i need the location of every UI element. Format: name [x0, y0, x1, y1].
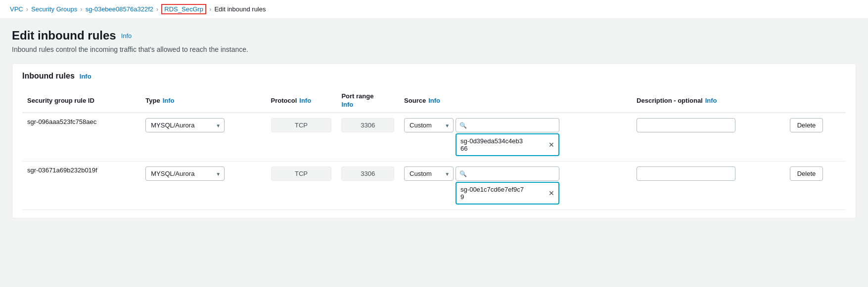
breadcrumb-vpc[interactable]: VPC — [10, 5, 23, 13]
breadcrumb-current: Edit inbound rules — [214, 5, 266, 13]
source-cell: Custom ▼ 🔍 sg-0d39eda534c4eb366 ✕ — [399, 113, 632, 162]
rule-id-cell: sgr-03671a69b232b019f — [22, 162, 140, 210]
source-search-wrapper[interactable]: 🔍 — [456, 166, 559, 181]
breadcrumb-sep-2: › — [80, 5, 82, 13]
source-wrapper: Custom ▼ 🔍 sg-0d39eda534c4eb366 ✕ — [404, 118, 627, 156]
delete-button[interactable]: Delete — [790, 166, 823, 181]
port-value: 3306 — [341, 166, 394, 181]
source-search-wrapper[interactable]: 🔍 — [456, 118, 559, 132]
panel-header: Inbound rules Info — [22, 72, 846, 81]
breadcrumb-sep-3: › — [156, 5, 158, 13]
type-select-wrapper[interactable]: MYSQL/Aurora ▼ — [145, 118, 225, 132]
type-select-wrapper[interactable]: MYSQL/Aurora ▼ — [145, 166, 225, 181]
source-select-wrapper[interactable]: Custom ▼ — [404, 118, 454, 132]
source-select-wrapper[interactable]: Custom ▼ — [404, 166, 454, 181]
type-select[interactable]: MYSQL/Aurora — [145, 166, 225, 181]
protocol-value: TCP — [271, 118, 332, 132]
th-rule-id: Security group rule ID — [22, 88, 140, 113]
delete-button[interactable]: Delete — [790, 118, 823, 132]
protocol-cell: TCP — [266, 162, 337, 210]
source-wrapper: Custom ▼ 🔍 sg-00e1c7cd6e7ef9c79 ✕ — [404, 166, 627, 205]
th-action — [785, 88, 846, 113]
rules-table: Security group rule ID Type Info Protoco… — [22, 88, 846, 210]
th-type: Type Info — [140, 88, 266, 113]
search-icon: 🔍 — [459, 170, 467, 177]
type-cell: MYSQL/Aurora ▼ — [140, 162, 266, 210]
delete-cell: Delete — [785, 113, 846, 162]
port-range-cell: 3306 — [336, 162, 399, 210]
source-tag-close[interactable]: ✕ — [548, 189, 554, 197]
source-tag-box: sg-00e1c7cd6e7ef9c79 ✕ — [456, 182, 559, 205]
description-input[interactable] — [637, 118, 735, 132]
delete-cell: Delete — [785, 162, 846, 210]
description-input[interactable] — [637, 166, 735, 181]
th-port-range: Port range Info — [336, 88, 399, 113]
source-search-input[interactable] — [456, 166, 559, 181]
description-cell[interactable] — [632, 162, 785, 210]
panel-title: Inbound rules — [22, 72, 75, 81]
port-info-link[interactable]: Info — [341, 101, 394, 108]
page-title: Edit inbound rules — [12, 29, 116, 42]
source-tag-box: sg-0d39eda534c4eb366 ✕ — [456, 133, 559, 156]
type-info-link[interactable]: Info — [163, 97, 175, 104]
table-row: sgr-03671a69b232b019f MYSQL/Aurora ▼ TCP… — [22, 162, 846, 210]
source-info-link[interactable]: Info — [428, 97, 440, 104]
search-icon: 🔍 — [459, 122, 467, 129]
source-select[interactable]: Custom — [404, 118, 454, 132]
description-cell[interactable] — [632, 113, 785, 162]
protocol-cell: TCP — [266, 113, 337, 162]
page-header: Edit inbound rules Info — [12, 29, 856, 42]
rule-id-cell: sgr-096aaa523fc758aec — [22, 113, 140, 162]
breadcrumb-sg-id[interactable]: sg-03ebee08576a322f2 — [86, 5, 153, 13]
source-select[interactable]: Custom — [404, 166, 454, 181]
inbound-rules-panel: Inbound rules Info Security group rule I… — [12, 63, 856, 218]
breadcrumb-sg-name[interactable]: RDS_SecGrp — [161, 4, 206, 14]
breadcrumb-security-groups[interactable]: Security Groups — [31, 5, 77, 13]
th-protocol: Protocol Info — [266, 88, 337, 113]
type-select[interactable]: MYSQL/Aurora — [145, 118, 225, 132]
source-tag-close[interactable]: ✕ — [548, 141, 554, 149]
type-cell: MYSQL/Aurora ▼ — [140, 113, 266, 162]
protocol-info-link[interactable]: Info — [299, 97, 311, 104]
port-range-cell: 3306 — [336, 113, 399, 162]
protocol-value: TCP — [271, 166, 332, 181]
breadcrumb-sep-4: › — [209, 5, 211, 13]
desc-info-link[interactable]: Info — [705, 97, 717, 104]
table-row: sgr-096aaa523fc758aec MYSQL/Aurora ▼ TCP… — [22, 113, 846, 162]
page-info-link[interactable]: Info — [121, 32, 132, 40]
source-cell: Custom ▼ 🔍 sg-00e1c7cd6e7ef9c79 ✕ — [399, 162, 632, 210]
th-description: Description - optional Info — [632, 88, 785, 113]
th-source: Source Info — [399, 88, 632, 113]
breadcrumb: VPC › Security Groups › sg-03ebee08576a3… — [0, 0, 868, 19]
source-search-input[interactable] — [456, 118, 559, 132]
port-value: 3306 — [341, 118, 394, 132]
page-description: Inbound rules control the incoming traff… — [12, 45, 856, 53]
breadcrumb-sep-1: › — [26, 5, 28, 13]
source-tag-text: sg-00e1c7cd6e7ef9c79 — [460, 186, 524, 201]
panel-info-link[interactable]: Info — [80, 73, 91, 80]
source-tag-text: sg-0d39eda534c4eb366 — [460, 137, 523, 152]
